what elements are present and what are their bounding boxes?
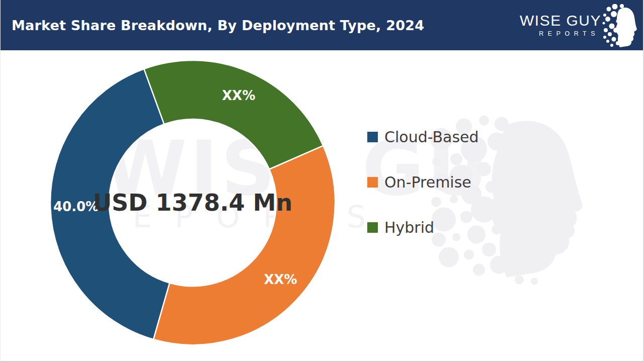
legend-swatch	[367, 222, 378, 233]
legend-item: Cloud-Based	[367, 129, 479, 145]
legend-swatch	[367, 177, 378, 188]
page-title: Market Share Breakdown, By Deployment Ty…	[12, 0, 424, 50]
slice-label: XX%	[222, 88, 255, 103]
legend-label: Cloud-Based	[384, 128, 479, 146]
legend-label: On-Premise	[384, 173, 471, 191]
legend-swatch	[367, 132, 378, 142]
slice-on-premise	[153, 146, 335, 345]
legend: Cloud-BasedOn-PremiseHybrid	[367, 129, 479, 264]
header: Market Share Breakdown, By Deployment Ty…	[1, 0, 644, 50]
wiseguy-logo: WISE GUY REPORTS	[517, 2, 637, 48]
infographic-canvas: Market Share Breakdown, By Deployment Ty…	[0, 0, 644, 362]
legend-item: Hybrid	[367, 219, 479, 235]
logo-wordmark: WISE GUY	[520, 12, 601, 29]
legend-label: Hybrid	[384, 219, 434, 236]
legend-item: On-Premise	[367, 174, 479, 190]
logo-head-icon	[601, 4, 637, 49]
logo-subtitle: REPORTS	[539, 30, 599, 37]
slice-hybrid	[144, 60, 323, 169]
slice-label: XX%	[264, 272, 297, 287]
slice-label: 40.0%	[53, 199, 99, 214]
chart-center-value: USD 1378.4 Mn	[93, 189, 293, 216]
